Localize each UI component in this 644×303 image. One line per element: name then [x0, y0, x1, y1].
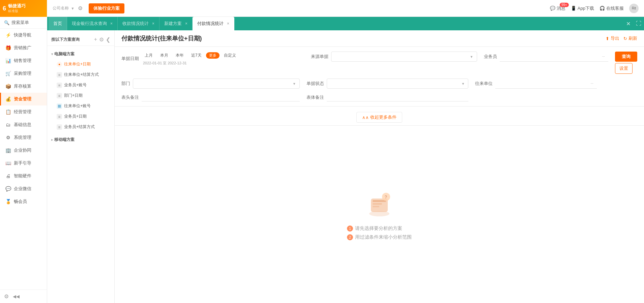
- sidebar-item-label: 经营管理: [14, 109, 31, 115]
- salesman-select[interactable]: ···: [500, 52, 608, 62]
- tab-bank[interactable]: 现金银行流水查询 ×: [67, 17, 118, 30]
- bill-status-filter-label: 单据状态: [306, 81, 324, 87]
- scheme-item-label: 部门+日期: [64, 93, 83, 98]
- sidebar-bottom: ⚙ ◀◀: [0, 290, 47, 303]
- empty-illustration: ?: [362, 188, 396, 222]
- scheme-item-label: 业务员+账号: [64, 82, 87, 88]
- sidebar-item-guide[interactable]: 📖 新手引导: [0, 157, 47, 170]
- scheme-item-partner-date[interactable]: ● 往来单位+日期: [47, 59, 114, 69]
- tab-payment-stat[interactable]: 付款情况统计 ×: [193, 17, 234, 30]
- company-name: 公司名称: [53, 5, 69, 11]
- purchase-icon: 🛒: [5, 70, 11, 77]
- app-download-btn[interactable]: 📱 App下载: [571, 5, 594, 11]
- sidebar-item-system[interactable]: ⚙ 系统管理: [0, 131, 47, 144]
- filter-partner-item: 往来单位 ···: [475, 79, 597, 89]
- main-area: 公司名称 ▼ ⚙ 体验行业方案 💬 消息 99+ 📱 App下载 🎧 在线客服 …: [47, 0, 644, 303]
- scheme-item-partner-settle[interactable]: ≡ 往来单位+结算方式: [47, 69, 114, 80]
- sidebar-item-finance[interactable]: 💰 资金管理: [0, 93, 47, 105]
- filter-header-note-item: 表头备注: [121, 93, 300, 101]
- search-menu-btn[interactable]: 🔍 搜索菜单: [0, 17, 47, 29]
- message-icon: 💬: [550, 6, 555, 11]
- bottom-settings-icon[interactable]: ⚙: [4, 293, 9, 300]
- dept-select[interactable]: ▼: [133, 79, 300, 89]
- scheme-item-label: 业务员+日期: [64, 114, 87, 119]
- mobile-section-arrow: ▸: [51, 138, 53, 142]
- tab-home[interactable]: 首页: [49, 17, 67, 30]
- pc-section-label: 电脑端方案: [54, 51, 75, 57]
- empty-tip-2-item: 2 用过滤条件来缩小分析范围: [347, 234, 412, 240]
- company-selector[interactable]: 公司名称 ▼: [53, 5, 75, 11]
- fullscreen-icon[interactable]: ⛶: [635, 19, 643, 28]
- query-btn[interactable]: 查询: [615, 52, 637, 62]
- sidebar-item-label: 系统管理: [14, 134, 31, 141]
- mobile-section-header[interactable]: ▸ 移动端方案: [47, 135, 114, 145]
- dept-filter-label: 部门: [121, 81, 130, 87]
- last-month-btn[interactable]: 上月: [142, 52, 156, 59]
- sidebar-brand-area: 畅捷通巧 标准版: [8, 3, 26, 13]
- collapse-conditions-btn[interactable]: ∧∧ 收起更多条件: [356, 112, 402, 123]
- this-year-btn[interactable]: 本年: [173, 52, 187, 59]
- tab-bank-label: 现金银行流水查询: [72, 21, 107, 27]
- enterprise-icon: 🏢: [5, 147, 11, 153]
- scheme-settings-btn[interactable]: ⚙: [99, 36, 104, 43]
- panel-collapse-btn[interactable]: ❮: [106, 36, 110, 43]
- last-7-btn[interactable]: 近7天: [188, 52, 205, 59]
- partner-date-icon: ●: [57, 62, 62, 67]
- messages-badge: 99+: [560, 3, 569, 7]
- sidebar-item-vip[interactable]: 🏅 畅会员: [0, 195, 47, 208]
- sidebar-item-inventory[interactable]: 📦 库存核算: [0, 80, 47, 93]
- scheme-item-staff-account[interactable]: ≡ 业务员+账号: [47, 80, 114, 90]
- sidebar-collapse-icon[interactable]: ◀◀: [13, 294, 20, 299]
- scheme-item-staff-date[interactable]: ≡ 业务员+日期: [47, 111, 114, 122]
- sidebar-item-quick-nav[interactable]: ⚡ 快捷导航: [0, 29, 47, 41]
- bill-status-select[interactable]: ▼: [327, 79, 469, 89]
- scheme-item-partner-account[interactable]: ▦ 往来单位+账号: [47, 101, 114, 111]
- online-service-btn[interactable]: 🎧 在线客服: [599, 5, 624, 11]
- user-avatar[interactable]: Rit: [629, 4, 639, 13]
- this-month-btn[interactable]: 本月: [157, 52, 171, 59]
- scheme-item-dept-date[interactable]: ≡ 部门+日期: [47, 90, 114, 101]
- more-date-btn[interactable]: 更多: [206, 52, 219, 59]
- source-select[interactable]: ▼: [331, 52, 477, 62]
- guide-icon: 📖: [5, 160, 11, 166]
- company-dropdown-icon: ▼: [71, 6, 75, 10]
- add-scheme-btn[interactable]: +: [94, 36, 97, 43]
- tabbar-actions: ✕ ⛶: [625, 19, 643, 28]
- export-btn[interactable]: ⬆ 导出: [606, 35, 619, 41]
- sidebar-item-purchase[interactable]: 🛒 采购管理: [0, 67, 47, 80]
- sidebar-edition: 标准版: [8, 9, 26, 13]
- salesman-select-arrow: ···: [602, 55, 605, 58]
- body-note-input[interactable]: [327, 93, 469, 101]
- tab-payment-stat-close[interactable]: ×: [227, 21, 229, 26]
- refresh-btn[interactable]: ↻ 刷新: [623, 35, 637, 41]
- pc-section-header[interactable]: ▾ 电脑端方案: [47, 49, 114, 59]
- partner-select[interactable]: ···: [495, 79, 597, 89]
- sidebar-item-sales[interactable]: 📊 销售管理: [0, 54, 47, 67]
- custom-date-btn[interactable]: 自定义: [221, 52, 239, 59]
- content-area: 按以下方案查询 + ⚙ ❮ ▾ 电脑端方案 ● 往来单位+日期 ≡: [47, 30, 644, 303]
- filter-settings-btn[interactable]: 设置: [615, 63, 633, 74]
- right-content: 付款情况统计(往来单位+日期) ⬆ 导出 ↻ 刷新: [115, 30, 644, 303]
- close-all-tabs-icon[interactable]: ✕: [625, 19, 632, 28]
- sidebar-item-enterprise[interactable]: 🏢 企业协同: [0, 144, 47, 157]
- tab-new-scheme[interactable]: 新建方案 ×: [159, 17, 193, 30]
- pc-section-arrow: ▾: [51, 52, 53, 56]
- sidebar-item-weixin[interactable]: 💬 企业微信: [0, 182, 47, 195]
- sidebar-item-basic[interactable]: 🗂 基础信息: [0, 118, 47, 131]
- trial-btn[interactable]: 体验行业方案: [89, 3, 124, 13]
- tab-receivable-close[interactable]: ×: [152, 21, 154, 26]
- messages-btn[interactable]: 💬 消息 99+: [550, 5, 565, 11]
- topbar-settings-icon[interactable]: ⚙: [78, 5, 83, 11]
- sales-icon: 📊: [5, 58, 11, 64]
- tab-receivable[interactable]: 收款情况统计 ×: [118, 17, 159, 30]
- scheme-item-staff-settle[interactable]: ≡ 业务员+结算方式: [47, 122, 114, 132]
- empty-svg: ?: [362, 188, 396, 222]
- tab-bank-close[interactable]: ×: [110, 21, 113, 26]
- inventory-icon: 📦: [5, 83, 11, 89]
- sidebar-nav: ⚡ 快捷导航 🎁 营销推广 📊 销售管理 🛒 采购管理 📦 库存核算 💰 资金管…: [0, 29, 47, 290]
- sidebar-item-marketing[interactable]: 🎁 营销推广: [0, 41, 47, 54]
- sidebar-item-hardware[interactable]: 🖨 智能硬件: [0, 170, 47, 182]
- sidebar-item-operation[interactable]: 📋 经营管理: [0, 105, 47, 118]
- tab-new-scheme-close[interactable]: ×: [185, 21, 187, 26]
- header-note-input[interactable]: [142, 93, 300, 101]
